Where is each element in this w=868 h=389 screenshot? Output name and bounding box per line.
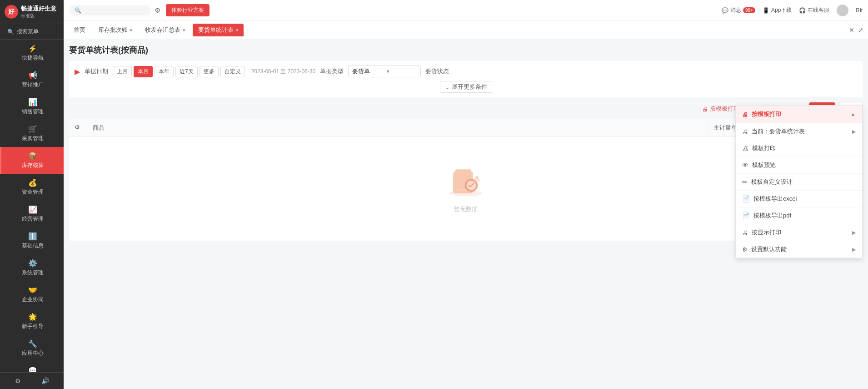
dropdown-current-item[interactable]: 🖨 当前：要货单统计表 ▶ — [736, 123, 862, 140]
export-excel-icon: 📄 — [742, 195, 750, 202]
chevron-down-icon: ▼ — [385, 69, 417, 74]
logo-icon: 好 — [5, 5, 18, 19]
filter-toggle-icon[interactable]: ▶ — [75, 67, 80, 76]
basics-icon: ℹ️ — [28, 232, 37, 241]
current-icon: 🖨 — [742, 128, 748, 135]
date-label: 单据日期 — [85, 67, 108, 76]
search-input[interactable] — [81, 7, 140, 14]
tab-receipt-summary[interactable]: 收发存汇总表 × — [140, 24, 190, 36]
inventory-icon: 📦 — [28, 152, 37, 160]
expand-more-btn[interactable]: ⌄ 展开更多条件 — [440, 81, 492, 93]
dropdown-item-export-pdf[interactable]: 📄 按模板导出pdf — [736, 207, 862, 224]
dropdown-item-export-excel[interactable]: 📄 按模板导出excel — [736, 191, 862, 207]
sound-icon[interactable]: 🔊 — [41, 377, 49, 384]
sidebar-item-inventory[interactable]: 📦 库存核算 — [0, 147, 64, 174]
sidebar-item-label: 采购管理 — [22, 135, 44, 142]
dropdown-item-template-preview[interactable]: 👁 模板预览 — [736, 157, 862, 174]
close-icon[interactable]: × — [130, 27, 132, 33]
chevron-right-icon: ▶ — [852, 230, 856, 236]
expand-label: 展开更多条件 — [452, 83, 487, 91]
main-area: 🔍 ⚙ 体验行业方案 💬 消息 99+ 📱 App下载 🎧 在线客服 Rit — [64, 0, 868, 389]
close-icon[interactable]: × — [182, 27, 185, 33]
template-custom-icon: ✏ — [742, 178, 748, 186]
app-subtitle: 标准版 — [21, 13, 56, 19]
sidebar-item-label: 企业协同 — [22, 296, 44, 303]
content-area: 要货单统计表(按商品) ▶ 单据日期 上月 本月 本年 近7天 更多 自定义 2… — [64, 39, 868, 389]
search-menu-label: 搜索菜单 — [17, 28, 39, 35]
template-preview-label: 模板预览 — [752, 161, 776, 169]
quick-nav-icon: ⚡ — [28, 44, 37, 53]
sidebar-item-label: 系统管理 — [22, 269, 44, 277]
type-select[interactable]: 要货单 ▼ — [348, 66, 421, 77]
tab-inventory-batch[interactable]: 库存批次账 × — [93, 24, 138, 36]
svg-point-6 — [477, 179, 480, 182]
sidebar-item-guide[interactable]: 🌟 新手引导 — [0, 308, 64, 335]
sidebar-item-marketing[interactable]: 📢 营销推广 — [0, 66, 64, 93]
sidebar-item-wecom[interactable]: 💬 企业微信 — [0, 362, 64, 372]
date-btn-custom[interactable]: 自定义 — [220, 66, 245, 77]
tab-home[interactable]: 首页 — [68, 24, 91, 36]
sidebar-item-sales[interactable]: 📊 销售管理 — [0, 93, 64, 120]
dropdown-item-template-custom[interactable]: ✏ 模板自定义设计 — [736, 174, 862, 191]
expand-row: ⌄ 展开更多条件 — [75, 81, 857, 93]
current-label: 当前：要货单统计表 — [752, 127, 805, 136]
filter-row: ▶ 单据日期 上月 本月 本年 近7天 更多 自定义 2023-06-01 至 … — [75, 66, 857, 77]
order-status-label: 要货状态 — [425, 67, 449, 76]
sidebar-item-collab[interactable]: 🤝 企业协同 — [0, 281, 64, 308]
th-checkbox[interactable]: ⚙ — [69, 119, 87, 136]
default-func-label: 设置默认功能 — [751, 245, 787, 253]
dropdown-header[interactable]: 🖨 按模板打印 ▲ — [736, 106, 862, 123]
online-service-item[interactable]: 🎧 在线客服 — [799, 6, 829, 14]
type-label: 单据类型 — [320, 67, 344, 76]
app-title: 畅捷通好生意 — [21, 5, 56, 13]
trial-button[interactable]: 体验行业方案 — [166, 4, 210, 16]
sidebar-item-quick-nav[interactable]: ⚡ 快捷导航 — [0, 40, 64, 66]
date-buttons: 上月 本月 本年 近7天 更多 自定义 — [113, 66, 245, 77]
tabs-bar: 首页 库存批次账 × 收发存汇总表 × 要货单统计表 × ✕ ⤢ — [64, 21, 868, 39]
dropdown-item-display-print[interactable]: 🖨 按显示打印 ▶ — [736, 224, 862, 241]
sidebar-item-finance[interactable]: 💰 资金管理 — [0, 174, 64, 201]
sidebar-item-system[interactable]: ⚙️ 系统管理 — [0, 254, 64, 281]
sidebar-item-basics[interactable]: ℹ️ 基础信息 — [0, 227, 64, 254]
dropdown-item-default-func[interactable]: ⚙ 设置默认功能 ▶ — [736, 241, 862, 258]
search-icon: 🔍 — [7, 29, 14, 35]
date-btn-more[interactable]: 更多 — [200, 66, 219, 77]
sidebar-item-apps[interactable]: 🔧 应用中心 — [0, 335, 64, 362]
message-item[interactable]: 💬 消息 99+ — [722, 6, 755, 14]
filter-card: ▶ 单据日期 上月 本月 本年 近7天 更多 自定义 2023-06-01 至 … — [69, 61, 863, 97]
expand-icon: ⌄ — [445, 84, 450, 91]
search-icon: 🔍 — [75, 7, 81, 14]
template-custom-label: 模板自定义设计 — [751, 178, 793, 186]
date-btn-7days[interactable]: 近7天 — [175, 66, 198, 77]
sidebar-item-purchase[interactable]: 🛒 采购管理 — [0, 120, 64, 147]
sidebar-item-operations[interactable]: 📈 经营管理 — [0, 201, 64, 227]
search-menu[interactable]: 🔍 搜索菜单 — [0, 24, 64, 40]
close-icon[interactable]: × — [235, 27, 238, 33]
gear-icon[interactable]: ⚙ — [155, 6, 160, 15]
sidebar-logo: 好 畅捷通好生意 标准版 — [0, 0, 64, 24]
message-badge: 99+ — [743, 7, 755, 13]
app-download-item[interactable]: 📱 App下载 — [763, 6, 792, 14]
operations-icon: 📈 — [28, 205, 37, 214]
date-btn-this-year[interactable]: 本年 — [155, 66, 174, 77]
export-pdf-icon: 📄 — [742, 212, 750, 219]
topbar-search-box[interactable]: 🔍 — [69, 5, 151, 15]
tab-order-stats[interactable]: 要货单统计表 × — [193, 24, 244, 36]
app-download-label: App下载 — [771, 6, 792, 14]
sidebar-item-label: 快捷导航 — [22, 54, 44, 62]
tab-label: 收发存汇总表 — [145, 26, 180, 34]
date-btn-this-month[interactable]: 本月 — [134, 66, 153, 77]
dropdown-collapse-icon[interactable]: ▲ — [850, 111, 856, 117]
settings-icon[interactable]: ⚙ — [15, 377, 21, 384]
empty-text: 暂无数据 — [454, 205, 478, 213]
dropdown-item-template-print[interactable]: 🖨 模板打印 — [736, 140, 862, 157]
print-icon: 🖨 — [702, 106, 708, 112]
empty-icon — [443, 164, 489, 201]
app-icon: 📱 — [763, 7, 769, 14]
avatar — [837, 5, 848, 16]
display-print-label: 按显示打印 — [752, 228, 781, 237]
expand-icon[interactable]: ⤢ — [858, 26, 863, 34]
close-all-icon[interactable]: ✕ — [849, 26, 854, 34]
date-btn-last-month[interactable]: 上月 — [113, 66, 132, 77]
sidebar-nav: ⚡ 快捷导航 📢 营销推广 📊 销售管理 🛒 采购管理 📦 库存核算 💰 资金管… — [0, 40, 64, 372]
